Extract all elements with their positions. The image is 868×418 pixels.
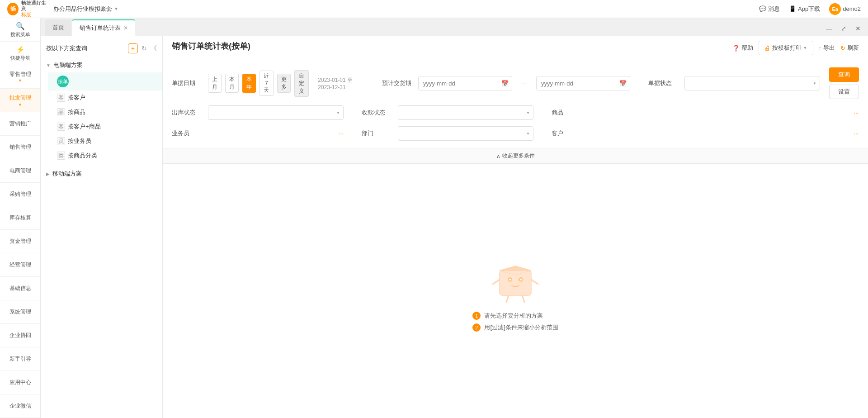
empty-tip-2: 2 用[过滤]条件来缩小分析范围	[472, 323, 558, 332]
tree-parent-pc[interactable]: ▼ 电脑端方案	[41, 58, 162, 72]
empty-tip-1: 1 请先选择要分析的方案	[472, 312, 558, 320]
logo-icon: 畅	[7, 3, 19, 15]
sidebar-item-basic-info[interactable]: 基础信息	[0, 277, 40, 300]
user-avatar: Ea	[829, 3, 841, 15]
tree-item-by-goods[interactable]: 品 按商品	[48, 105, 162, 119]
tree-item-by-customer[interactable]: 客 按客户	[48, 90, 162, 105]
user-profile[interactable]: Ea demo2	[829, 3, 861, 15]
refresh-btn[interactable]: ↻ 刷新	[840, 44, 859, 52]
last-7days-btn[interactable]: 近7天	[259, 71, 274, 96]
settings-btn[interactable]: 设置	[829, 85, 859, 99]
app-download-btn[interactable]: 📱 App下载	[789, 5, 820, 13]
tree-section-mobile: ▶ 移动端方案	[41, 165, 162, 183]
sidebar-item-search-menu[interactable]: 🔍 搜索菜单	[0, 18, 40, 42]
company-selector[interactable]: 办公用品行业模拟账套 ▼	[53, 5, 118, 13]
salesperson-dots[interactable]: ···	[338, 130, 344, 137]
sidebar-item-system[interactable]: 系统管理	[0, 300, 40, 324]
last-month-btn[interactable]: 上月	[208, 74, 222, 93]
window-maximize-btn[interactable]: ⤢	[838, 23, 849, 34]
sidebar-item-operations[interactable]: 经营管理	[0, 253, 40, 277]
more-date-btn[interactable]: 更多	[277, 74, 291, 93]
sidebar-item-enterprise-wechat[interactable]: 企业微信	[0, 394, 40, 418]
svg-line-10	[522, 295, 524, 302]
goods-label: 商品	[552, 109, 579, 117]
this-year-btn[interactable]: 本年	[242, 74, 256, 93]
customer-goods-icon: 客	[57, 123, 65, 131]
right-panel: 销售订单统计表(按单) ❓ 帮助 🖨 按模板打印 ▼ ↑	[163, 36, 868, 418]
sidebar-item-wholesale[interactable]: 批发管理 ▲	[0, 89, 40, 112]
tab-home[interactable]: 首页	[45, 19, 71, 36]
this-month-btn[interactable]: 本月	[225, 74, 239, 93]
export-btn[interactable]: ↑ 导出	[819, 44, 835, 52]
custom-date-btn[interactable]: 自定义	[294, 70, 309, 97]
collapse-panel-btn[interactable]: 《	[151, 44, 157, 52]
sidebar-item-marketing[interactable]: 营销推广	[0, 112, 40, 136]
by-gc-label: 按商品分类	[68, 152, 97, 160]
print-icon: 🖨	[764, 45, 770, 52]
expected-date-end-input[interactable]	[536, 76, 630, 90]
expected-date-label: 预计交货期	[382, 79, 409, 87]
tree-item-by-goods-cat[interactable]: 类 按商品分类	[48, 148, 162, 163]
left-panel: 按以下方案查询 + ↻ 《 ▼ 电脑端方案	[41, 36, 163, 418]
tree-item-by-salesperson[interactable]: 员 按业务员	[48, 134, 162, 148]
goods-icon: 品	[57, 108, 65, 116]
sidebar-item-enterprise[interactable]: 企业协同	[0, 324, 40, 347]
refresh-scheme-btn[interactable]: ↻	[142, 45, 147, 52]
delivery-status-select[interactable]	[208, 105, 344, 120]
sidebar-item-sales[interactable]: 销售管理	[0, 136, 40, 159]
date-separator: —	[521, 80, 527, 87]
help-btn[interactable]: ❓ 帮助	[732, 44, 753, 52]
goods-dots[interactable]: ···	[854, 109, 859, 116]
pc-section-label: 电脑端方案	[53, 61, 83, 69]
tree-item-by-order[interactable]: 按单	[48, 72, 162, 90]
panel-header-actions: + ↻ 《	[128, 43, 157, 53]
top-right: 💬 消息 📱 App下载 Ea demo2	[759, 3, 861, 15]
sidebar-item-quick-nav[interactable]: ⚡ 快捷导航	[0, 42, 40, 65]
chevron-icon: ▼	[18, 78, 22, 83]
sidebar-item-finance[interactable]: 资金管理	[0, 230, 40, 253]
query-btn[interactable]: 查询	[829, 67, 859, 82]
tab-close-icon[interactable]: ✕	[123, 25, 128, 31]
add-scheme-btn[interactable]: +	[128, 43, 138, 53]
payment-status-label: 收款状态	[362, 109, 389, 117]
tree-item-by-customer-goods[interactable]: 客 按客户+商品	[48, 119, 162, 134]
filter-row-1: 单据日期 上月 本月 本年 近7天 更多 自定义 2023-01-01 至 20…	[172, 67, 859, 99]
sidebar-item-newcomer[interactable]: 新手引导	[0, 347, 40, 371]
chevron-icon-2: ▲	[18, 102, 22, 106]
dept-select[interactable]	[398, 126, 533, 141]
content-area: 首页 销售订单统计表 ✕ — ⤢ ✕ 按以下方案查询 +	[41, 18, 868, 418]
doc-status-select[interactable]	[684, 76, 820, 90]
svg-line-8	[531, 280, 538, 284]
collapse-btn[interactable]: ∧ 收起更多条件	[496, 152, 535, 160]
tip-num-2: 2	[472, 323, 481, 332]
tab-sales-order-stats[interactable]: 销售订单统计表 ✕	[72, 19, 135, 36]
payment-status-select[interactable]	[398, 105, 533, 120]
customer-dots[interactable]: ···	[854, 130, 859, 137]
sidebar-item-retail[interactable]: 零售管理 ▼	[0, 65, 40, 89]
template-print-btn[interactable]: 🖨 按模板打印 ▼	[759, 41, 813, 55]
sidebar-item-app-center[interactable]: 应用中心	[0, 371, 40, 394]
message-btn[interactable]: 💬 消息	[759, 5, 780, 13]
sidebar-item-inventory[interactable]: 库存核算	[0, 206, 40, 230]
date-filter-label: 单据日期	[172, 79, 199, 87]
help-icon: ❓	[732, 45, 740, 52]
sidebar-item-purchase[interactable]: 采购管理	[0, 183, 40, 206]
tab-actions: — ⤢ ✕	[824, 23, 868, 36]
by-cg-label: 按客户+商品	[68, 123, 101, 131]
customer-field: ···	[588, 130, 859, 137]
window-minimize-btn[interactable]: —	[824, 23, 835, 34]
page-title: 销售订单统计表(按单)	[172, 41, 250, 56]
window-close-btn[interactable]: ✕	[853, 23, 863, 34]
tab-bar: 首页 销售订单统计表 ✕ — ⤢ ✕	[41, 18, 868, 36]
tree-section-pc: ▼ 电脑端方案 按单 客 按客户	[41, 56, 162, 165]
collapse-bar[interactable]: ∧ 收起更多条件	[163, 148, 868, 164]
refresh-icon: ↻	[840, 45, 845, 52]
sidebar-item-ecommerce[interactable]: 电商管理	[0, 159, 40, 183]
goods-field: ···	[588, 109, 859, 116]
logo-area: 畅 畅捷通好生意 标版	[7, 0, 48, 18]
export-icon: ↑	[819, 45, 822, 52]
top-bar: 畅 畅捷通好生意 标版 办公用品行业模拟账套 ▼ 💬 消息 📱 App下载 Ea…	[0, 0, 868, 18]
tree-parent-mobile[interactable]: ▶ 移动端方案	[41, 166, 162, 181]
expected-date-start-input[interactable]	[418, 76, 512, 90]
filter-row-3: 业务员 ··· 部门 客户 ···	[172, 126, 859, 141]
